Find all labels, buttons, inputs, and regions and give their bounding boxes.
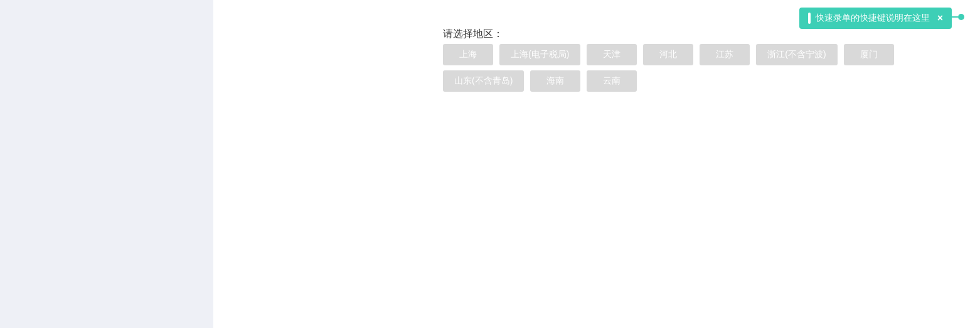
region-button-shandong[interactable]: 山东(不含青岛) xyxy=(443,70,524,92)
region-buttons-row1: 上海上海(电子税局)天津河北江苏浙江(不含宁波)厦门 xyxy=(443,44,894,65)
main-content: 请选择地区： 上海上海(电子税局)天津河北江苏浙江(不含宁波)厦门 山东(不含青… xyxy=(213,0,980,328)
page-label: 请选择地区： xyxy=(443,28,503,41)
sidebar xyxy=(0,0,213,328)
region-button-zhejiang[interactable]: 浙江(不含宁波) xyxy=(756,44,837,65)
region-buttons-row2: 山东(不含青岛)海南云南 xyxy=(443,70,637,92)
region-button-jiangsu[interactable]: 江苏 xyxy=(700,44,750,65)
region-button-yunnan[interactable]: 云南 xyxy=(587,70,637,92)
tooltip-close-button[interactable]: × xyxy=(937,13,943,24)
tooltip-banner[interactable]: 快速录单的快捷键说明在这里 × xyxy=(799,8,952,29)
region-button-hainan[interactable]: 海南 xyxy=(530,70,580,92)
tooltip-text: 快速录单的快捷键说明在这里 xyxy=(816,13,930,24)
tooltip-line-connector xyxy=(951,16,958,18)
region-button-shanghai[interactable]: 上海 xyxy=(443,44,493,65)
tooltip-dot-indicator xyxy=(958,14,964,20)
region-button-shanghai-etax[interactable]: 上海(电子税局) xyxy=(499,44,580,65)
region-button-hebei[interactable]: 河北 xyxy=(643,44,693,65)
tooltip-bar-decoration xyxy=(808,13,811,24)
region-button-tianjin[interactable]: 天津 xyxy=(587,44,637,65)
region-button-xiamen[interactable]: 厦门 xyxy=(844,44,894,65)
